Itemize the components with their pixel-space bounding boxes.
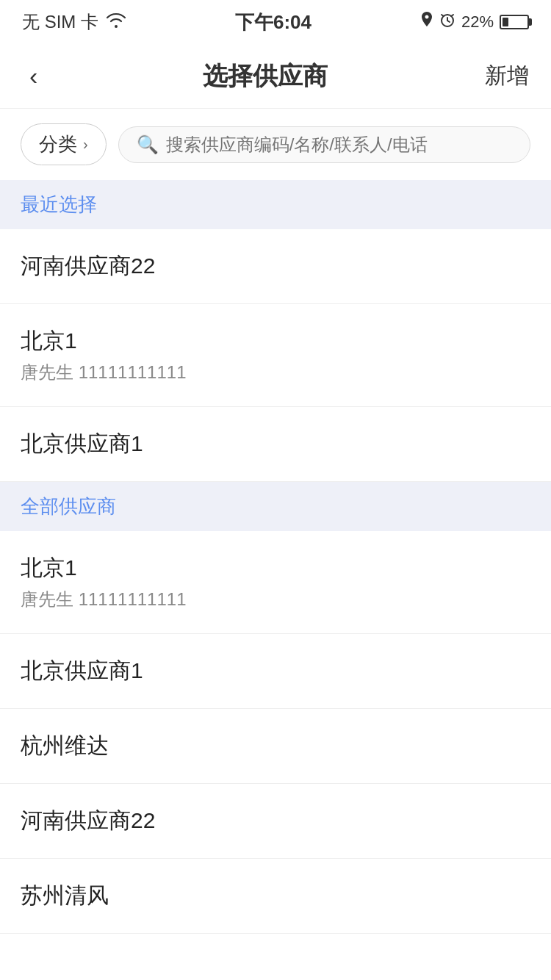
battery-icon	[500, 15, 529, 29]
location-icon	[420, 12, 433, 32]
search-box[interactable]: 🔍	[118, 126, 530, 163]
item-name: 北京供应商1	[21, 656, 530, 686]
item-name: 河南供应商22	[21, 251, 530, 281]
list-item[interactable]: 杭州维达	[0, 709, 551, 784]
list-item[interactable]: 河南供应商22	[0, 784, 551, 859]
battery-percent: 22%	[461, 12, 494, 32]
alarm-icon	[439, 12, 455, 32]
status-right: 22%	[420, 12, 529, 32]
status-left: 无 SIM 卡	[22, 10, 126, 34]
chevron-right-icon: ›	[83, 136, 88, 153]
list-item[interactable]: 河南供应商22	[0, 229, 551, 304]
item-name: 北京1	[21, 553, 530, 583]
all-list: 北京1 唐先生 11111111111北京供应商1杭州维达河南供应商22苏州清风	[0, 531, 551, 934]
item-name: 苏州清风	[21, 881, 530, 911]
list-item[interactable]: 北京供应商1	[0, 407, 551, 482]
item-sub: 唐先生 11111111111	[21, 588, 530, 611]
nav-bar: ‹ 选择供应商 新增	[0, 44, 551, 109]
item-sub: 唐先生 11111111111	[21, 361, 530, 384]
recent-section-header: 最近选择	[0, 180, 551, 229]
back-button[interactable]: ‹	[22, 54, 45, 98]
status-bar: 无 SIM 卡 下午6:04 22%	[0, 0, 551, 44]
all-section-label: 全部供应商	[21, 495, 116, 517]
list-item[interactable]: 苏州清风	[0, 859, 551, 934]
sim-status: 无 SIM 卡	[22, 10, 98, 34]
filter-bar: 分类 › 🔍	[0, 109, 551, 180]
item-name: 河南供应商22	[21, 806, 530, 836]
page-title: 选择供应商	[203, 60, 328, 93]
list-item[interactable]: 北京1 唐先生 11111111111	[0, 531, 551, 634]
search-icon: 🔍	[137, 134, 159, 155]
search-input[interactable]	[166, 134, 512, 155]
list-item[interactable]: 北京供应商1	[0, 634, 551, 709]
recent-section-label: 最近选择	[21, 193, 97, 215]
all-section-header: 全部供应商	[0, 482, 551, 531]
category-filter[interactable]: 分类 ›	[21, 123, 107, 165]
status-time: 下午6:04	[235, 10, 311, 35]
category-label: 分类	[39, 131, 77, 157]
recent-list: 河南供应商22北京1 唐先生 11111111111北京供应商1	[0, 229, 551, 482]
add-button[interactable]: 新增	[485, 61, 529, 91]
item-name: 北京供应商1	[21, 429, 530, 459]
item-name: 杭州维达	[21, 731, 530, 761]
list-item[interactable]: 北京1 唐先生 11111111111	[0, 304, 551, 407]
wifi-icon	[106, 12, 126, 32]
item-name: 北京1	[21, 326, 530, 356]
